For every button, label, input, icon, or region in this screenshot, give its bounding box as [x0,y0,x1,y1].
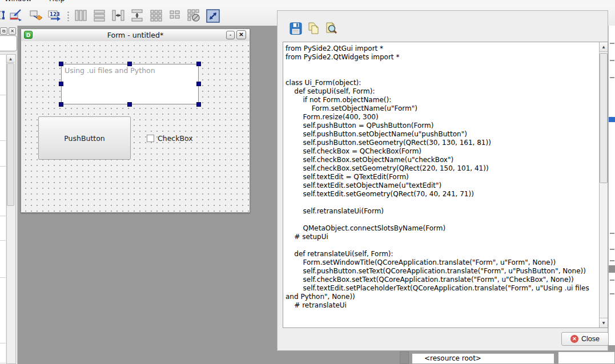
layout-form-button[interactable] [168,9,182,22]
edit-tab-order-icon: 123 [47,9,61,22]
layout-vertical-button[interactable] [93,9,106,22]
edit-signals-slots-icon [9,9,23,22]
panel-fragment [610,260,614,261]
save-icon [288,21,303,36]
copy-button[interactable] [306,21,321,36]
splitter-horizontal-button[interactable] [111,9,125,22]
selection-handle-bottom-left[interactable] [59,102,63,107]
textedit-widget[interactable]: Using .ui files and Python [61,64,199,104]
scroll-down-icon[interactable]: ▼ [600,318,608,327]
selected-row-fragment [609,117,615,122]
selection-handle-bottom-right[interactable] [196,102,201,107]
layout-grid-icon [149,9,163,22]
save-button[interactable] [288,21,303,36]
panel-fragment [609,265,615,273]
list-separator [0,240,6,241]
copy-icon [306,21,321,36]
edit-buddies-icon [29,9,43,22]
selection-handle-top-left[interactable] [59,62,63,66]
splitter-vertical-button[interactable] [130,9,144,22]
form-canvas[interactable]: Using .ui files and Python PushButton Ch… [21,41,250,212]
dock-close-button[interactable]: ✕ [9,27,16,35]
menu-help[interactable]: Help [49,0,65,3]
edit-tab-order-button[interactable]: 123 [47,9,61,22]
layout-horizontal-button[interactable] [74,9,87,22]
panel-fragment [610,233,614,234]
code-view[interactable]: from PySide2.QtGui import * from PySide2… [283,42,608,328]
textedit-placeholder: Using .ui files and Python [65,66,155,75]
close-dialog-button[interactable]: ✕ Close [561,332,609,346]
layout-vertical-icon [93,9,106,22]
form-close-button[interactable]: ✕ [236,30,246,39]
form-window-titlebar[interactable]: D Form - untitled* - ✕ [21,29,250,42]
layout-grid-button[interactable] [149,9,163,22]
menu-window[interactable]: Window [5,0,31,3]
widget-box-panel: ⧉ ✕ ▲ [0,26,18,364]
panel-fragment [610,77,614,78]
adjust-size-button[interactable] [206,9,220,23]
toolbar-separator [67,11,69,21]
code-scrollbar[interactable]: ▲ ▼ [599,42,608,327]
edit-buddies-button[interactable] [29,9,43,22]
splitter-horizontal-icon [111,9,125,22]
checkbox-label: CheckBox [158,134,193,143]
close-button-label: Close [581,335,600,343]
scrollbar-thumb[interactable] [600,53,608,183]
resource-panel-button-fragment[interactable] [400,351,409,364]
selection-handle-top-right[interactable] [196,62,201,66]
pushbutton-widget[interactable]: PushButton [38,116,131,160]
selection-handle-mid-right[interactable] [196,82,201,86]
panel-fragment [610,43,614,44]
form-minimize-button[interactable]: - [226,31,235,39]
form-editor-window: D Form - untitled* - ✕ Using .ui files a… [21,29,250,213]
break-layout-button[interactable] [187,9,200,22]
panel-fragment [610,60,614,61]
list-separator [0,166,6,167]
selection-handle-bottom-mid[interactable] [127,102,132,107]
close-circle-icon: ✕ [570,335,578,343]
list-separator [0,140,6,141]
list-separator [0,343,6,343]
generated-python-code[interactable]: from PySide2.QtGui import * from PySide2… [283,42,599,327]
code-preview-dialog: from PySide2.QtGui import * from PySide2… [277,10,608,351]
dock-float-button[interactable]: ⧉ [0,27,7,35]
widget-filter-input[interactable] [0,35,17,51]
scrollbar-thumb[interactable] [7,63,14,206]
panel-fragment [610,280,614,281]
layout-horizontal-icon [74,9,87,22]
edit-widgets-button[interactable] [0,9,6,22]
layout-form-icon [168,9,182,22]
selection-handle-top-mid[interactable] [127,62,132,66]
edit-widgets-icon [0,9,6,22]
find-icon [324,21,339,36]
right-panel-sliver [608,26,615,345]
adjust-size-icon [206,9,220,23]
list-separator [0,216,6,216]
checkbox-indicator[interactable] [147,135,154,142]
panel-fragment [610,249,614,250]
edit-signals-slots-button[interactable] [9,9,23,22]
scroll-up-icon[interactable]: ▲ [600,42,608,52]
svg-text:123: 123 [50,11,60,17]
resource-root-label: <resource root> [424,354,481,362]
list-separator [0,95,6,95]
checkbox-widget[interactable]: CheckBox [147,127,204,150]
form-window-title: Form - untitled* [21,31,250,39]
qt-designer-screen: Window Help 123 [0,0,615,364]
find-button[interactable] [324,21,339,36]
resource-tree-fragment[interactable]: <resource root> [412,353,554,364]
break-layout-icon [187,9,200,22]
widget-box-scrollbar[interactable]: ▲ [6,54,16,364]
resource-list-fragment[interactable] [558,351,615,364]
widget-box-list[interactable] [0,54,6,364]
scroll-up-icon[interactable]: ▲ [7,55,14,63]
list-separator [0,363,6,363]
panel-fragment [610,293,614,294]
list-separator [0,277,6,278]
selection-handle-mid-left[interactable] [59,82,63,86]
splitter-vertical-icon [130,9,144,22]
